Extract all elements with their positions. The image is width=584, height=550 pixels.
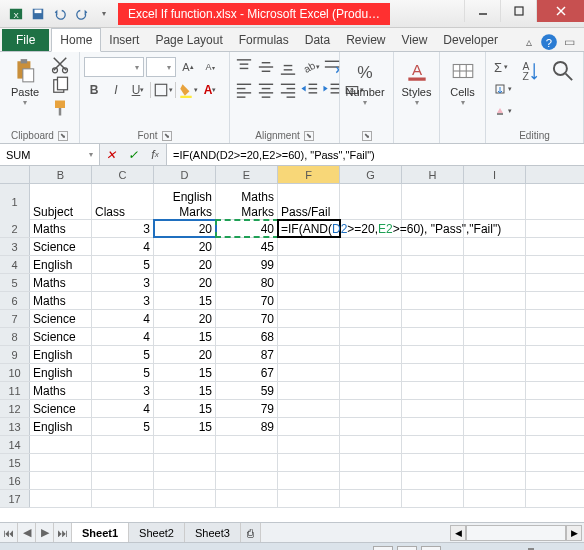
view-page-layout-icon[interactable] (397, 546, 417, 551)
cell[interactable] (402, 310, 464, 327)
cell[interactable] (278, 292, 340, 309)
cell[interactable] (402, 364, 464, 381)
cell[interactable] (464, 400, 526, 417)
cell-F2-editing[interactable]: =IF(AND(D2>=20,E2>=60), "Pass","Fail") (281, 222, 501, 236)
cell[interactable] (278, 238, 340, 255)
sheet-nav-first-icon[interactable]: ⏮ (0, 523, 18, 542)
cell[interactable] (402, 238, 464, 255)
cell[interactable] (278, 382, 340, 399)
cell[interactable]: 4 (92, 328, 154, 345)
cell[interactable] (340, 328, 402, 345)
grow-font-icon[interactable]: A▴ (178, 57, 198, 77)
col-head-E[interactable]: E (216, 166, 278, 183)
row-head[interactable]: 1 (0, 184, 30, 220)
cell[interactable]: English (30, 256, 92, 273)
cell[interactable] (340, 364, 402, 381)
col-head-F[interactable]: F (278, 166, 340, 183)
cell[interactable] (30, 472, 92, 489)
cell[interactable] (402, 346, 464, 363)
cell[interactable] (340, 238, 402, 255)
cell[interactable] (278, 328, 340, 345)
align-bottom-icon[interactable] (278, 57, 298, 77)
col-head-D[interactable]: D (154, 166, 216, 183)
cell[interactable] (216, 472, 278, 489)
align-right-icon[interactable] (278, 80, 298, 100)
row-head[interactable]: 3 (0, 238, 30, 255)
cell[interactable]: 70 (216, 292, 278, 309)
hscroll-right-icon[interactable]: ▶ (566, 525, 582, 541)
enter-formula-icon[interactable]: ✓ (122, 144, 144, 165)
cell[interactable] (92, 454, 154, 471)
font-name-combo[interactable]: ▾ (84, 57, 144, 77)
cell[interactable]: 59 (216, 382, 278, 399)
hscroll-track[interactable] (466, 525, 566, 541)
cell[interactable]: Pass/Fail (278, 184, 340, 219)
cell[interactable]: 68 (216, 328, 278, 345)
cell[interactable] (278, 364, 340, 381)
find-select-button[interactable] (548, 54, 578, 84)
cell[interactable]: 5 (92, 418, 154, 435)
tab-view[interactable]: View (394, 29, 436, 51)
align-top-icon[interactable] (234, 57, 254, 77)
cell[interactable] (216, 436, 278, 453)
tab-home[interactable]: Home (51, 28, 101, 52)
cell[interactable] (278, 472, 340, 489)
new-sheet-icon[interactable]: ⎙ (241, 523, 261, 542)
align-center-icon[interactable] (256, 80, 276, 100)
cell[interactable]: 40 (216, 220, 278, 237)
cell[interactable] (464, 310, 526, 327)
sheet-tab-2[interactable]: Sheet2 (129, 523, 185, 542)
cell[interactable] (216, 454, 278, 471)
increase-indent-icon[interactable] (322, 80, 342, 100)
cell[interactable]: English (30, 364, 92, 381)
cell[interactable]: MathsMarks (216, 184, 278, 219)
cut-icon[interactable] (50, 54, 70, 74)
cell[interactable] (402, 490, 464, 507)
cell[interactable] (464, 454, 526, 471)
cell[interactable] (154, 490, 216, 507)
align-left-icon[interactable] (234, 80, 254, 100)
col-head-C[interactable]: C (92, 166, 154, 183)
undo-icon[interactable] (50, 4, 70, 24)
cell[interactable] (154, 436, 216, 453)
cell[interactable] (278, 400, 340, 417)
view-normal-icon[interactable] (373, 546, 393, 551)
row-head[interactable]: 8 (0, 328, 30, 345)
cell[interactable] (464, 256, 526, 273)
cell[interactable] (340, 346, 402, 363)
cell[interactable]: 15 (154, 292, 216, 309)
cell[interactable]: 4 (92, 400, 154, 417)
row-head[interactable]: 7 (0, 310, 30, 327)
tab-insert[interactable]: Insert (101, 29, 147, 51)
cell[interactable] (402, 274, 464, 291)
cell[interactable]: 99 (216, 256, 278, 273)
cell[interactable]: 79 (216, 400, 278, 417)
cell[interactable] (340, 418, 402, 435)
cell[interactable]: 67 (216, 364, 278, 381)
sheet-tab-3[interactable]: Sheet3 (185, 523, 241, 542)
cell[interactable] (278, 274, 340, 291)
close-button[interactable] (536, 0, 584, 22)
row-head[interactable]: 10 (0, 364, 30, 381)
cell[interactable] (278, 346, 340, 363)
italic-icon[interactable]: I (106, 80, 126, 100)
formula-input[interactable]: =IF(AND(D2>=20,E2>=60), "Pass","Fail") (167, 144, 584, 165)
tab-page-layout[interactable]: Page Layout (147, 29, 230, 51)
cell[interactable]: 87 (216, 346, 278, 363)
cell[interactable]: 70 (216, 310, 278, 327)
cell[interactable] (402, 382, 464, 399)
row-head[interactable]: 15 (0, 454, 30, 471)
cell[interactable] (278, 310, 340, 327)
file-tab[interactable]: File (2, 29, 49, 51)
cell[interactable]: 3 (92, 220, 154, 237)
sort-filter-button[interactable]: AZ (514, 54, 544, 84)
tab-data[interactable]: Data (297, 29, 338, 51)
sheet-nav-next-icon[interactable]: ▶ (36, 523, 54, 542)
orientation-icon[interactable]: ab▾ (300, 57, 320, 77)
cell[interactable] (92, 490, 154, 507)
row-head[interactable]: 9 (0, 346, 30, 363)
cell[interactable]: 5 (92, 346, 154, 363)
cell[interactable] (340, 472, 402, 489)
cell[interactable]: Class (92, 184, 154, 219)
cell[interactable]: 20 (154, 346, 216, 363)
